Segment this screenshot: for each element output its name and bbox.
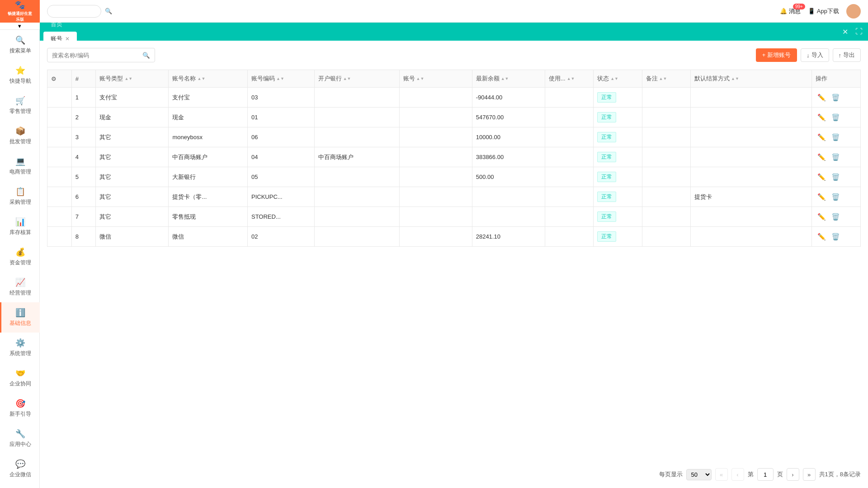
col-type[interactable]: 账号类型▲▼ <box>96 70 169 88</box>
col-balance[interactable]: 最新余额▲▼ <box>472 70 545 88</box>
sidebar-item-search-menu[interactable]: 🔍搜索菜单 <box>0 30 40 60</box>
row-status-1: 正常 <box>594 108 642 127</box>
account-search-input[interactable] <box>47 52 138 59</box>
row-code-6: STORED... <box>247 207 314 227</box>
table-row: 3 其它 moneybosx 06 10000.00 正常 ✏️ 🗑️ <box>47 127 861 147</box>
sidebar-item-system[interactable]: ⚙️系统管理 <box>0 333 40 363</box>
sidebar-label-system: 系统管理 <box>9 350 31 357</box>
sidebar-items-container: 🔍搜索菜单⭐快捷导航🛒零售管理📦批发管理💻电商管理📋采购管理📊库存核算💰资金管理… <box>0 30 40 488</box>
avatar[interactable] <box>846 4 861 19</box>
row-gear-3 <box>47 147 72 167</box>
row-name-6: 零售抵现 <box>169 207 248 227</box>
toolbar-right: + 新增账号 ↓ 导入 ↑ 导出 <box>756 48 861 62</box>
prev-page-button[interactable]: ‹ <box>731 468 744 481</box>
edit-button-4[interactable]: ✏️ <box>816 172 828 182</box>
sidebar-label-quick-nav: 快捷导航 <box>9 77 31 85</box>
edit-button-1[interactable]: ✏️ <box>816 113 828 122</box>
row-status-4: 正常 <box>594 167 642 187</box>
status-badge-0: 正常 <box>597 92 616 103</box>
row-num-7: 8 <box>71 227 96 247</box>
import-label: 导入 <box>811 51 823 59</box>
page-size-select[interactable]: 102050100 <box>686 469 712 480</box>
col-remark[interactable]: 备注▲▼ <box>642 70 690 88</box>
sidebar-item-basic-info[interactable]: ℹ️基础信息 <box>0 302 40 333</box>
sidebar-icon-search-menu: 🔍 <box>15 35 25 45</box>
row-type-2: 其它 <box>96 127 169 147</box>
sidebar-item-inventory[interactable]: 📊库存核算 <box>0 211 40 242</box>
delete-button-6[interactable]: 🗑️ <box>830 212 842 222</box>
tab-0[interactable]: 首页 <box>43 17 77 32</box>
add-account-button[interactable]: + 新增账号 <box>756 48 797 62</box>
next-page-button[interactable]: › <box>787 468 799 481</box>
sidebar-item-quick-nav[interactable]: ⭐快捷导航 <box>0 60 40 90</box>
sidebar-item-enterprise[interactable]: 🤝企业协同 <box>0 363 40 393</box>
app-download-button[interactable]: 📱 App下载 <box>808 7 839 15</box>
row-bank-2 <box>314 127 399 147</box>
logo-icon: 🐾 <box>15 0 25 10</box>
row-gear-2 <box>47 127 72 147</box>
account-search-button[interactable]: 🔍 <box>138 52 155 59</box>
row-remark-5 <box>642 187 690 207</box>
close-window-icon[interactable]: ✕ <box>840 26 850 38</box>
last-page-button[interactable]: » <box>803 468 816 481</box>
row-default-settle-2 <box>690 127 812 147</box>
col-name[interactable]: 账号名称▲▼ <box>169 70 248 88</box>
row-usage-6 <box>545 207 593 227</box>
delete-button-1[interactable]: 🗑️ <box>830 113 842 122</box>
col-code[interactable]: 账号编码▲▼ <box>247 70 314 88</box>
delete-button-7[interactable]: 🗑️ <box>830 232 842 242</box>
sidebar-item-app-center[interactable]: 🔧应用中心 <box>0 423 40 454</box>
col-bank[interactable]: 开户银行▲▼ <box>314 70 399 88</box>
sidebar-item-operations[interactable]: 📈经营管理 <box>0 272 40 302</box>
import-button[interactable]: ↓ 导入 <box>801 48 829 62</box>
row-type-6: 其它 <box>96 207 169 227</box>
sidebar-icon-inventory: 📊 <box>15 217 25 227</box>
edit-button-7[interactable]: ✏️ <box>816 232 828 242</box>
col-status[interactable]: 状态▲▼ <box>594 70 642 88</box>
sidebar-item-wholesale[interactable]: 📦批发管理 <box>0 121 40 151</box>
col-default-settle[interactable]: 默认结算方式▲▼ <box>690 70 812 88</box>
export-button[interactable]: ↑ 导出 <box>833 48 861 62</box>
fullscreen-icon[interactable]: ⛶ <box>854 26 864 38</box>
col-account[interactable]: 账号▲▼ <box>399 70 472 88</box>
topbar-search-input[interactable] <box>47 5 101 18</box>
row-type-1: 现金 <box>96 108 169 127</box>
delete-button-3[interactable]: 🗑️ <box>830 152 842 162</box>
row-remark-0 <box>642 88 690 108</box>
row-status-6: 正常 <box>594 207 642 227</box>
table-row: 8 微信 微信 02 28241.10 正常 ✏️ 🗑️ <box>47 227 861 247</box>
page-number-input[interactable] <box>757 468 774 481</box>
col-usage[interactable]: 使用...▲▼ <box>545 70 593 88</box>
delete-button-5[interactable]: 🗑️ <box>830 192 842 202</box>
row-default-settle-5: 提货卡 <box>690 187 812 207</box>
export-icon: ↑ <box>839 52 842 59</box>
row-bank-4 <box>314 167 399 187</box>
sidebar-label-app-center: 应用中心 <box>9 441 31 448</box>
row-balance-1: 547670.00 <box>472 108 545 127</box>
message-button[interactable]: 🔔 消息 99+ <box>780 7 801 15</box>
edit-button-3[interactable]: ✏️ <box>816 152 828 162</box>
logo-version: 乐版 <box>16 17 24 23</box>
sidebar-item-purchase[interactable]: 📋采购管理 <box>0 181 40 211</box>
col-gear[interactable]: ⚙ <box>47 70 72 88</box>
sidebar-item-finance[interactable]: 💰资金管理 <box>0 242 40 272</box>
row-balance-7: 28241.10 <box>472 227 545 247</box>
sidebar-item-membership[interactable]: 👤畅会员 <box>0 484 40 488</box>
sidebar-item-wechat-work[interactable]: 💬企业微信 <box>0 454 40 484</box>
row-name-2: moneybosx <box>169 127 248 147</box>
edit-button-6[interactable]: ✏️ <box>816 212 828 222</box>
sidebar-company-dropdown[interactable]: ▾ <box>0 23 40 30</box>
sidebar-label-inventory: 库存核算 <box>9 229 31 236</box>
row-bank-7 <box>314 227 399 247</box>
delete-button-4[interactable]: 🗑️ <box>830 172 842 182</box>
delete-button-0[interactable]: 🗑️ <box>830 93 842 103</box>
row-status-5: 正常 <box>594 187 642 207</box>
first-page-button[interactable]: « <box>715 468 728 481</box>
sidebar-item-retail[interactable]: 🛒零售管理 <box>0 90 40 121</box>
edit-button-5[interactable]: ✏️ <box>816 192 828 202</box>
delete-button-2[interactable]: 🗑️ <box>830 132 842 142</box>
sidebar-item-guide[interactable]: 🎯新手引导 <box>0 393 40 423</box>
sidebar-item-ecommerce[interactable]: 💻电商管理 <box>0 151 40 181</box>
edit-button-2[interactable]: ✏️ <box>816 132 828 142</box>
edit-button-0[interactable]: ✏️ <box>816 93 828 103</box>
